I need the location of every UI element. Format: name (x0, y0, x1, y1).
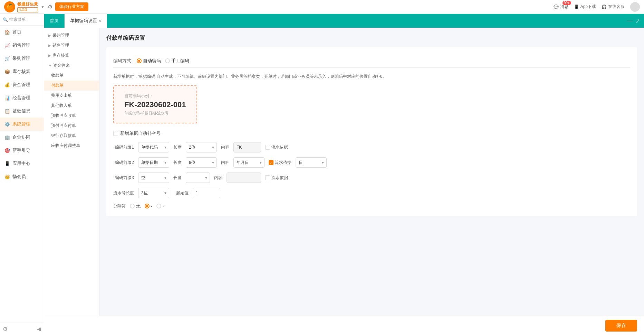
menu-item-bank[interactable]: 银行存取款单 (44, 131, 99, 141)
app-logo: 🍊 畅通好生意 拼品版 (4, 1, 38, 12)
member-icon: 👑 (4, 174, 10, 180)
serial1-label: 流水依据 (271, 145, 288, 150)
tab-minimize-button[interactable]: — (627, 18, 633, 24)
menu-item-adjustment[interactable]: 应收应付调整单 (44, 141, 99, 151)
sidebar-item-inventory[interactable]: 📦 库存核算 (0, 65, 44, 78)
menu-group-purchase-title[interactable]: ▶ 采购管理 (44, 30, 99, 40)
prefix1-select[interactable]: 单据代码 (138, 142, 169, 152)
page-title: 付款单编码设置 (106, 35, 637, 42)
sidebar-item-label: 畅会员 (12, 174, 26, 180)
length2-select[interactable]: 8位 (186, 157, 217, 168)
sidebar-item-app-center[interactable]: 📱 应用中心 (0, 157, 44, 170)
prefix3-select[interactable]: 空 (138, 173, 169, 183)
prefix-row-3: 编码前缀3 空 ▼ 长度 ▼ (113, 173, 630, 183)
sidebar-item-enterprise[interactable]: 🏢 企业协同 (0, 131, 44, 144)
serial-length-select-wrapper[interactable]: 3位 ▼ (138, 188, 169, 198)
serial2-checkbox-row[interactable]: ✓ 流水依据 (269, 160, 291, 166)
prefix2-select-wrapper[interactable]: 单据日期 ▼ (138, 157, 169, 168)
sidebar-item-system[interactable]: ⚙️ 系统管理 (0, 118, 44, 131)
serial-length-select[interactable]: 3位 (138, 188, 169, 198)
serial1-checkbox-row[interactable]: 流水依据 (265, 145, 288, 150)
user-avatar[interactable] (630, 2, 640, 12)
serial3-checkbox[interactable] (265, 175, 270, 180)
menu-item-receipt[interactable]: 收款单 (44, 71, 99, 81)
length1-select-wrapper[interactable]: 2位 ▼ (186, 142, 217, 152)
sidebar-item-guide[interactable]: 🎯 新手引导 (0, 144, 44, 157)
prefix3-select-wrapper[interactable]: 空 ▼ (138, 173, 169, 183)
message-button[interactable]: 💬 消息 99+ (554, 4, 568, 10)
top-bar-right: 💬 消息 99+ 📱 App下载 🎧 在线客服 (554, 2, 640, 12)
menu-item-expense[interactable]: 费用支出单 (44, 91, 99, 101)
sep-none-radio[interactable]: 无 (130, 203, 141, 209)
serial3-checkbox-row[interactable]: 流水依据 (265, 175, 288, 181)
nav-dropdown[interactable]: ▼ (41, 5, 45, 9)
sep-dot2-label: · (163, 204, 164, 209)
length2-label: 长度 (173, 160, 182, 166)
online-service-button[interactable]: 🎧 在线客服 (602, 4, 625, 10)
sep-dot-label: · (151, 204, 152, 209)
serial2-label: 流水依据 (275, 160, 291, 166)
length1-select[interactable]: 2位 (186, 142, 217, 152)
tab-close-icon[interactable]: ✕ (98, 19, 101, 23)
collapse-button[interactable]: ◀ (37, 326, 41, 332)
sidebar-item-purchase[interactable]: 🛒 采购管理 (0, 52, 44, 65)
auto-fill-checkbox[interactable] (113, 131, 118, 136)
radio-auto[interactable]: 自动编码 (137, 58, 161, 64)
length3-select-wrapper[interactable]: ▼ (186, 173, 210, 183)
length2-select-wrapper[interactable]: 8位 ▼ (186, 157, 217, 168)
menu-item-payment[interactable]: 付款单 (44, 81, 99, 91)
prefix2-select[interactable]: 单据日期 (138, 157, 169, 168)
prefix-row-2: 编码前缀2 单据日期 ▼ 长度 8位 ▼ (113, 157, 630, 168)
tab-home[interactable]: 首页 (44, 14, 65, 28)
tab-encoding[interactable]: 单据编码设置 ✕ (65, 14, 107, 28)
sep-dot-radio[interactable]: · (145, 204, 152, 209)
sidebar-item-member[interactable]: 👑 畅会员 (0, 170, 44, 183)
top-bar-nav[interactable]: ▼ ⚙ (41, 3, 52, 10)
tab-maximize-button[interactable]: ⤢ (635, 18, 640, 24)
sep-dot2-dot (156, 204, 161, 208)
serial-unit-wrapper[interactable]: 日 ▼ (296, 157, 327, 168)
radio-manual[interactable]: 手工编码 (165, 58, 189, 64)
save-button[interactable]: 保存 (605, 320, 637, 332)
sidebar-item-label: 应用中心 (12, 160, 30, 167)
content2-select[interactable]: 年月日 (233, 157, 265, 168)
menu-group-sales-title[interactable]: ▶ 销售管理 (44, 40, 99, 50)
settings-icon[interactable]: ⚙ (48, 3, 52, 10)
content1-label: 内容 (221, 145, 229, 150)
menu-group-fund-title[interactable]: ▼ 资金往来 (44, 61, 99, 71)
serial2-checkbox[interactable]: ✓ (269, 160, 273, 165)
auto-fill-row[interactable]: 新增单据自动补空号 (113, 130, 630, 137)
sidebar-item-home[interactable]: 🏠 首页 (0, 26, 44, 39)
menu-item-income[interactable]: 其他收入单 (44, 101, 99, 111)
experience-button[interactable]: 体验行业方案 (55, 2, 88, 11)
sidebar-item-sales[interactable]: 📈 销售管理 (0, 39, 44, 52)
length3-select[interactable] (186, 173, 210, 183)
sidebar-item-label: 基础信息 (12, 108, 30, 114)
menu-group-inventory-title[interactable]: ▶ 库存核算 (44, 50, 99, 61)
app-center-icon: 📱 (4, 160, 10, 167)
serial1-checkbox[interactable] (265, 145, 270, 150)
right-side: 首页 单据编码设置 ✕ — ⤢ ▶ 采购管理 (44, 14, 644, 335)
sidebar-item-finance[interactable]: 💰 资金管理 (0, 78, 44, 91)
divider (46, 4, 46, 10)
prefix1-select-wrapper[interactable]: 单据代码 ▼ (138, 142, 169, 152)
start-value-input[interactable] (193, 188, 220, 198)
sidebar-item-basic[interactable]: 📋 基础信息 (0, 104, 44, 118)
menu-group-purchase: ▶ 采购管理 (44, 30, 99, 40)
search-menu-button[interactable]: 🔍 搜索菜单 (3, 17, 41, 22)
sidebar-search[interactable]: 🔍 搜索菜单 (0, 14, 44, 26)
menu-item-advance-receipt[interactable]: 预收冲应收单 (44, 111, 99, 121)
menu-item-advance-payment[interactable]: 预付冲应付单 (44, 121, 99, 131)
settings-bottom-button[interactable]: ⚙ (3, 326, 8, 332)
sep-dot2-radio[interactable]: · (156, 204, 164, 209)
encoding-radio-group: 自动编码 手工编码 (137, 58, 189, 64)
logo-icon: 🍊 (4, 1, 15, 12)
logo-text: 畅通好生意 拼品版 (17, 1, 38, 12)
sidebar-item-operation[interactable]: 📊 经营管理 (0, 91, 44, 104)
tab-bar: 首页 单据编码设置 ✕ — ⤢ (44, 14, 644, 28)
arrow-icon: ▶ (48, 34, 51, 37)
serial-unit-select[interactable]: 日 (296, 157, 327, 168)
content2-select-wrapper[interactable]: 年月日 ▼ (233, 157, 265, 168)
sidebar-item-label: 企业协同 (12, 134, 30, 140)
app-download-button[interactable]: 📱 App下载 (574, 4, 596, 10)
